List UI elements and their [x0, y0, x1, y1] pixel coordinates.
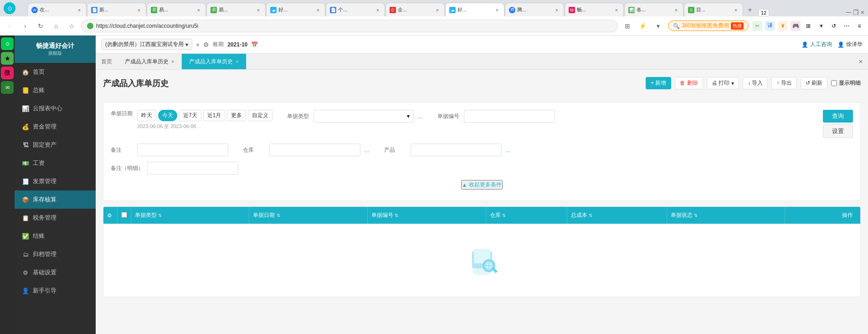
translate-icon[interactable]: 译	[765, 21, 775, 31]
calendar-icon[interactable]: 📅	[251, 41, 258, 48]
breadcrumb-home[interactable]: 首页	[101, 58, 112, 66]
th-settings[interactable]: ⚙	[103, 207, 117, 224]
tab-list-page[interactable]: 产成品入库单历史 ×	[118, 54, 182, 69]
page-close-button[interactable]: ×	[859, 58, 863, 65]
tab-close-9[interactable]: ×	[554, 7, 560, 13]
user-avatar[interactable]: 👤 徐泽华	[837, 41, 863, 48]
delete-button[interactable]: 🗑 删除	[675, 77, 703, 89]
sidebar-item-invoice[interactable]: 🧾 发票管理	[15, 172, 96, 190]
th-warehouse[interactable]: 仓库 ⇅	[486, 207, 567, 224]
query-button[interactable]: 查询	[823, 110, 853, 123]
date-btn-7days[interactable]: 近7天	[179, 110, 201, 121]
browser-tab-12[interactable]: S 目... ×	[684, 3, 743, 16]
tab-close-6[interactable]: ×	[375, 7, 381, 13]
date-btn-custom[interactable]: 自定义	[248, 110, 272, 121]
browser-tab-3[interactable]: 易 易... ×	[147, 3, 206, 16]
browser-tab-2[interactable]: 📄 新... ×	[87, 3, 146, 16]
date-btn-more[interactable]: 更多	[227, 110, 246, 121]
tab-close-4[interactable]: ×	[255, 7, 262, 13]
th-total-cost-sort-icon[interactable]: ⇅	[589, 213, 592, 218]
home-button[interactable]: ⌂	[50, 20, 62, 32]
th-status-sort-icon[interactable]: ⇅	[694, 213, 698, 218]
remark-input[interactable]	[137, 144, 228, 156]
number-input[interactable]	[464, 110, 555, 123]
browser-tab-5[interactable]: ☁ 好... ×	[266, 3, 325, 16]
th-total-cost[interactable]: 总成本 ⇅	[567, 207, 667, 224]
tab-close-10[interactable]: ×	[613, 7, 620, 13]
tab-close-5[interactable]: ×	[315, 7, 321, 13]
setting-button[interactable]: 设置	[823, 124, 853, 138]
browser-tab-8[interactable]: ☁ 好... ×	[445, 3, 504, 16]
th-warehouse-sort-icon[interactable]: ⇅	[502, 213, 506, 218]
export-button[interactable]: ↑ 导出	[771, 77, 796, 89]
theme-icon[interactable]: ☀	[816, 21, 826, 31]
address-input[interactable]: https://cloud.chanjet.com/accounting/uru…	[81, 20, 618, 32]
detail-remark-input[interactable]	[147, 162, 238, 175]
sidebar-item-inventory[interactable]: 📦 库存核算	[15, 190, 96, 209]
company-settings-icon[interactable]: ⚙	[203, 41, 209, 48]
tab-close-8[interactable]: ×	[494, 7, 500, 13]
th-date-sort-icon[interactable]: ⇅	[277, 213, 280, 218]
date-btn-1month[interactable]: 近1月	[203, 110, 226, 121]
browser-logo-icon[interactable]: ⊙	[4, 2, 15, 14]
sidebar-item-home[interactable]: 🏠 首页	[15, 63, 96, 81]
scissors-icon[interactable]: ✂	[752, 21, 762, 31]
dock-icon-2[interactable]: ★	[1, 52, 14, 65]
sidebar-item-new-account[interactable]: 👤 新手引导	[15, 282, 96, 300]
warehouse-dots[interactable]: ...	[364, 146, 370, 154]
column-settings-icon[interactable]: ⚙	[107, 212, 112, 219]
sidebar-item-archive[interactable]: 🗂 归档管理	[15, 245, 96, 263]
th-type-sort-icon[interactable]: ⇅	[158, 213, 162, 218]
sidebar-item-report[interactable]: 📊 云报表中心	[15, 99, 96, 118]
bookmark-button[interactable]: ☆	[66, 20, 77, 32]
type-selector[interactable]: ▾	[313, 110, 414, 123]
print-button[interactable]: 🖨 打印 ▾	[707, 77, 739, 89]
product-dots[interactable]: ...	[505, 146, 511, 154]
add-company-button[interactable]: +	[196, 41, 200, 48]
minimize-button[interactable]: ─	[846, 8, 851, 16]
sidebar-item-tax[interactable]: 📋 税务管理	[15, 209, 96, 227]
dock-icon-3[interactable]: 微	[1, 67, 14, 79]
th-date[interactable]: 单据日期 ⇅	[249, 207, 368, 224]
warehouse-selector[interactable]	[269, 144, 360, 156]
sidebar-item-ledger[interactable]: 📒 总账	[15, 81, 96, 99]
user-service-button[interactable]: 👤 人工咨询	[801, 41, 832, 48]
tab-current-close[interactable]: ×	[236, 59, 238, 64]
th-number[interactable]: 单据编号 ⇅	[367, 207, 486, 224]
sidebar-item-payroll[interactable]: 💵 工资	[15, 154, 96, 172]
new-tab-button[interactable]: +	[744, 4, 756, 16]
select-all-checkbox[interactable]	[121, 212, 127, 218]
sidebar-item-checkout[interactable]: ✅ 结账	[15, 227, 96, 245]
dropdown-button[interactable]: ▾	[652, 20, 664, 32]
tab-list-close[interactable]: ×	[171, 59, 174, 64]
th-type[interactable]: 单据类型 ⇅	[131, 207, 249, 224]
grid-icon[interactable]: ⊞	[621, 20, 633, 32]
dock-icon-4[interactable]: ✉	[1, 81, 14, 94]
company-selector[interactable]: (勿删勿禁用）江西服宝测试专用 ▾	[101, 39, 192, 50]
restore-button[interactable]: ❐	[853, 9, 859, 16]
browser-tab-1[interactable]: W 在... ×	[27, 3, 87, 16]
sidebar-item-fixed-assets[interactable]: 🏗 固定资产	[15, 136, 96, 154]
browser-tab-9[interactable]: 腾 腾... ×	[505, 3, 564, 16]
collapse-button[interactable]: ▲ 收起更多条件	[461, 180, 503, 190]
settings-icon[interactable]: ⋯	[842, 21, 852, 31]
browser-tab-11[interactable]: 📊 各... ×	[624, 3, 683, 16]
refresh-button[interactable]: ↺ 刷新	[801, 77, 827, 89]
tab-close-2[interactable]: ×	[136, 7, 142, 13]
currency-icon[interactable]: ¥	[778, 21, 788, 31]
tab-close-11[interactable]: ×	[673, 7, 679, 13]
date-btn-yesterday[interactable]: 昨天	[137, 110, 156, 121]
show-detail-toggle[interactable]: 显示明细	[831, 79, 861, 87]
lightning-icon[interactable]: ⚡	[637, 20, 649, 32]
sidebar-item-fund[interactable]: 💰 资金管理	[15, 118, 96, 136]
back-button[interactable]: ‹	[4, 20, 15, 32]
browser-tab-10[interactable]: M 畅... ×	[565, 3, 624, 16]
tab-close-7[interactable]: ×	[434, 7, 441, 13]
search-box[interactable]: 🔍 360智能抠图免费用 热搜	[668, 21, 749, 31]
dock-icon-1[interactable]: ⊙	[1, 37, 14, 50]
browser-tab-7[interactable]: C 企... ×	[385, 3, 445, 16]
menu-icon[interactable]: ≡	[854, 21, 864, 31]
tab-close-1[interactable]: ×	[76, 7, 82, 13]
import-button[interactable]: ↓ 导入	[743, 77, 768, 89]
tab-current-page[interactable]: 产成品入库单历史 ×	[182, 54, 246, 69]
